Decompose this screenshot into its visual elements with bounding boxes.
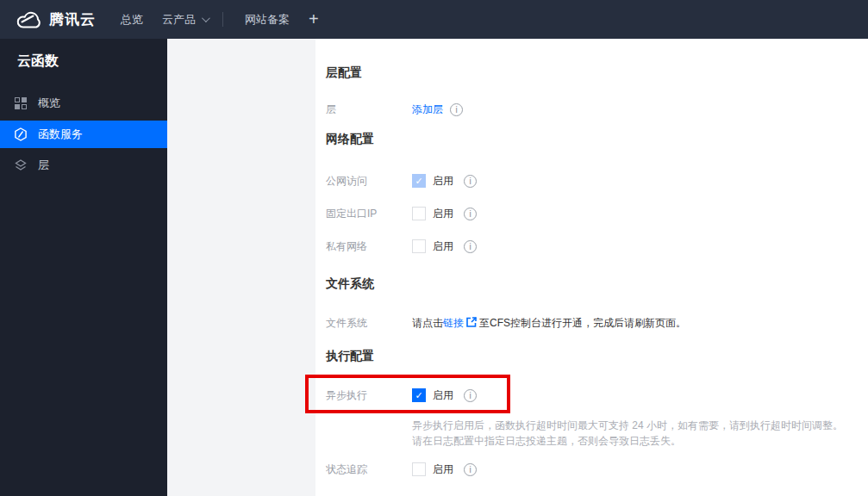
tencent-cloud-logo-icon	[16, 9, 42, 29]
enable-label: 启用	[433, 207, 453, 221]
nav-cloud-products-label: 云产品	[162, 12, 196, 28]
filesystem-row: 文件系统 请点击链接至CFS控制台进行开通，完成后请刷新页面。	[326, 315, 859, 331]
external-link-icon[interactable]	[466, 317, 477, 330]
private-network-label: 私有网络	[326, 239, 412, 254]
add-layer-link[interactable]: 添加层	[412, 102, 443, 117]
info-icon[interactable]	[450, 103, 463, 116]
info-icon[interactable]	[464, 240, 477, 253]
filesystem-label: 文件系统	[326, 316, 412, 331]
status-trace-checkbox[interactable]	[412, 462, 426, 476]
sidebar: 云函数 概览 函数服务 层	[0, 39, 167, 496]
status-trace-row: 状态追踪 启用	[326, 462, 859, 477]
async-execution-checkbox[interactable]	[412, 388, 426, 402]
private-network-row: 私有网络 启用	[326, 239, 859, 254]
nav-cloud-products[interactable]: 云产品	[162, 0, 208, 39]
public-network-checkbox	[412, 174, 426, 188]
collapsed-secondary-pane	[167, 39, 315, 496]
sidebar-item-function-service[interactable]: 函数服务	[0, 121, 167, 148]
info-icon[interactable]	[464, 389, 477, 402]
topbar: 腾讯云 总览 云产品 网站备案 +	[0, 0, 868, 39]
sidebar-item-label: 层	[38, 158, 49, 173]
private-network-checkbox[interactable]	[412, 239, 426, 253]
layers-icon	[14, 158, 28, 172]
sidebar-item-layer[interactable]: 层	[0, 152, 167, 179]
filesystem-hint-after: 至CFS控制台进行开通，完成后请刷新页面。	[479, 317, 686, 329]
filesystem-hint: 请点击链接至CFS控制台进行开通，完成后请刷新页面。	[412, 316, 686, 331]
status-trace-label: 状态追踪	[326, 462, 412, 477]
fixed-egress-ip-checkbox[interactable]	[412, 207, 426, 220]
filesystem-hint-before: 请点击	[412, 317, 443, 329]
enable-label: 启用	[433, 388, 453, 403]
nav-icp-filing[interactable]: 网站备案	[245, 0, 290, 39]
nav-add-tab-button[interactable]: +	[309, 0, 319, 39]
description-line: 异步执行启用后，函数执行超时时间最大可支持 24 小时，如有需要，请到执行超时时…	[412, 418, 861, 433]
info-icon[interactable]	[464, 175, 477, 188]
fixed-egress-ip-row: 固定出口IP 启用	[326, 206, 859, 221]
function-config-content: 层配置 层 添加层 网络配置 公网访问 启用 固定出口IP 启用 私有网络 启用…	[315, 39, 868, 496]
description-line: 请在日志配置中指定日志投递主题，否则会导致日志丢失。	[412, 433, 861, 449]
nav-overview[interactable]: 总览	[121, 0, 143, 39]
fixed-egress-ip-label: 固定出口IP	[326, 207, 412, 221]
async-execution-description: 异步执行启用后，函数执行超时时间最大可支持 24 小时，如有需要，请到执行超时时…	[412, 418, 861, 449]
cfs-link[interactable]: 链接	[443, 317, 464, 329]
section-heading-execution-config: 执行配置	[326, 349, 374, 364]
tencent-cloud-brand[interactable]: 腾讯云	[16, 0, 96, 39]
grid-icon	[14, 96, 28, 110]
nav-divider	[222, 12, 223, 27]
layer-row: 层 添加层	[326, 102, 859, 117]
info-icon[interactable]	[464, 208, 477, 220]
enable-label: 启用	[433, 462, 453, 477]
section-heading-network-config: 网络配置	[326, 132, 374, 147]
section-heading-layer-config: 层配置	[326, 65, 362, 81]
sidebar-title: 云函数	[17, 53, 59, 71]
public-network-row: 公网访问 启用	[326, 173, 859, 189]
async-execution-row: 异步执行 启用	[326, 388, 859, 403]
enable-label: 启用	[433, 239, 453, 254]
public-network-label: 公网访问	[326, 174, 412, 189]
sidebar-item-overview[interactable]: 概览	[0, 90, 167, 117]
section-heading-filesystem: 文件系统	[326, 276, 374, 292]
brand-name: 腾讯云	[49, 9, 96, 29]
enable-label: 启用	[433, 174, 453, 189]
layer-label: 层	[326, 102, 412, 117]
async-execution-label: 异步执行	[326, 388, 412, 403]
sidebar-item-label: 函数服务	[38, 127, 83, 142]
chevron-down-icon	[202, 14, 210, 22]
tencent-cloud-console: { "topbar": { "brand": "腾讯云", "nav": { "…	[0, 0, 868, 496]
function-hexagon-icon	[14, 127, 28, 141]
info-icon[interactable]	[464, 463, 477, 476]
sidebar-item-label: 概览	[38, 96, 60, 111]
